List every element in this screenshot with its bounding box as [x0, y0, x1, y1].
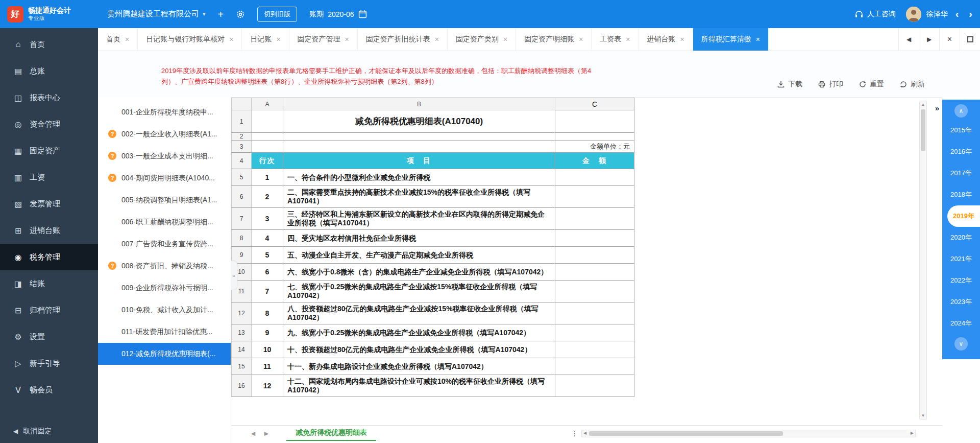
close-icon[interactable]: × [579, 35, 583, 43]
report-list-item[interactable]: ? 009-企业所得税弥补亏损明... [98, 277, 231, 299]
print-button[interactable]: 打印 [818, 80, 843, 89]
line-number-cell[interactable]: 行次 [252, 153, 283, 169]
line-number-cell[interactable]: 8 [252, 302, 283, 324]
close-icon[interactable]: × [680, 35, 684, 43]
report-list-item[interactable]: ? 010-免税、减计收入及加计... [98, 299, 231, 321]
year-item[interactable]: 2022年 [942, 270, 980, 291]
year-item[interactable]: 2016年 [942, 141, 980, 162]
row-number-cell[interactable]: 7 [231, 208, 252, 230]
amount-cell[interactable] [555, 281, 634, 302]
vertical-scrollbar[interactable]: ▲ ▼ [919, 101, 927, 419]
amount-cell[interactable] [555, 375, 634, 397]
report-list-item[interactable]: ? 006-职工薪酬纳税调整明细... [98, 211, 231, 233]
report-list-item[interactable]: ? 002-一般企业收入明细表(A1... [98, 123, 231, 145]
sheet-tab-prev-button[interactable]: ◀ [247, 430, 260, 437]
item-cell[interactable]: 三、经济特区和上海浦东新区新设立的高新技术企业在区内取得的所得定期减免企业所得税… [283, 208, 555, 230]
amount-cell[interactable] [555, 341, 634, 358]
amount-cell[interactable] [555, 186, 634, 208]
item-cell[interactable]: 十一、新办集成电路设计企业减免企业所得税（填写A107042） [283, 358, 555, 375]
sidebar-item[interactable]: ⊞ 进销台账 [0, 217, 98, 244]
sidebar-item[interactable]: Ⅴ 畅会员 [0, 377, 98, 403]
year-item[interactable]: 2023年 [942, 291, 980, 313]
line-number-cell[interactable]: 9 [252, 324, 283, 341]
tab[interactable]: 所得税汇算清缴 × [693, 28, 769, 51]
line-number-cell[interactable] [252, 141, 283, 153]
year-item[interactable]: 2020年 [942, 227, 980, 248]
tab[interactable]: 固定资产折旧统计表 × [358, 28, 448, 51]
report-list-item[interactable]: ? 001-企业所得税年度纳税申... [98, 101, 231, 123]
calendar-icon[interactable] [358, 10, 367, 18]
amount-cell[interactable] [555, 133, 634, 141]
horizontal-scrollbar[interactable]: ◀ ▶ [581, 430, 916, 437]
item-cell[interactable]: 八、投资额超过80亿元的集成电路生产企业减按15%税率征收企业所得税（填写A10… [283, 302, 555, 324]
amount-cell[interactable] [555, 264, 634, 281]
report-list-item[interactable]: ? 008-资产折旧、摊销及纳税... [98, 255, 231, 277]
sidebar-item[interactable]: ▤ 总账 [0, 58, 98, 84]
scroll-right-icon[interactable]: ▶ [911, 431, 914, 435]
year-item[interactable]: 2018年 [942, 184, 980, 205]
refresh-button[interactable]: 刷新 [899, 80, 925, 89]
item-cell[interactable]: 一、符合条件的小型微利企业减免企业所得税 [283, 169, 555, 186]
column-header-a[interactable]: A [252, 98, 283, 110]
line-number-cell[interactable] [252, 133, 283, 141]
line-number-cell[interactable]: 1 [252, 169, 283, 186]
row-number-cell[interactable]: 1 [231, 110, 252, 133]
chevron-right-icon[interactable]: › [966, 8, 975, 20]
period-value[interactable]: 2020-06 [328, 10, 354, 18]
add-button[interactable]: + [218, 9, 224, 19]
item-cell[interactable]: 四、受灾地区农村信用社免征企业所得税 [283, 230, 555, 247]
amount-cell[interactable] [555, 247, 634, 264]
amount-cell[interactable] [555, 110, 634, 133]
report-list-item[interactable]: ? 011-研发费用加计扣除优惠... [98, 321, 231, 343]
tab-scroll-left-button[interactable]: ◀ [898, 28, 919, 51]
download-button[interactable]: 下载 [777, 80, 802, 89]
row-number-cell[interactable]: 16 [231, 375, 252, 397]
scroll-left-icon[interactable]: ◀ [583, 431, 586, 435]
line-number-cell[interactable]: 11 [252, 358, 283, 375]
user-name[interactable]: 徐泽华 [926, 10, 948, 19]
year-item[interactable]: 2019年 [947, 205, 980, 227]
year-item[interactable]: 2015年 [942, 120, 980, 141]
sidebar-item[interactable]: ◫ 报表中心 [0, 84, 98, 111]
item-cell[interactable] [283, 133, 555, 141]
close-icon[interactable]: × [276, 35, 280, 43]
expand-panel-button[interactable]: » [935, 104, 939, 112]
line-number-cell[interactable]: 10 [252, 341, 283, 358]
close-icon[interactable]: × [756, 35, 760, 43]
row-number-cell[interactable]: 2 [231, 133, 252, 141]
item-cell[interactable]: 项 目 [283, 153, 555, 169]
column-header-c[interactable]: C [555, 98, 634, 110]
tab[interactable]: 固定资产类别 × [448, 28, 516, 51]
line-number-cell[interactable]: 5 [252, 247, 283, 264]
years-scroll-down-button[interactable]: ∨ [954, 337, 968, 351]
row-number-cell[interactable]: 3 [231, 141, 252, 153]
sidebar-item[interactable]: ▦ 固定资产 [0, 137, 98, 164]
tab[interactable]: 固定资产明细账 × [516, 28, 592, 51]
sidebar-item[interactable]: ⌂ 首页 [0, 31, 98, 58]
chevron-left-icon[interactable]: ‹ [953, 8, 962, 20]
row-number-cell[interactable]: 15 [231, 358, 252, 375]
switch-to-old-version-button[interactable]: 切到旧版 [257, 7, 297, 22]
tab[interactable]: 日记账 × [242, 28, 289, 51]
line-number-cell[interactable]: 3 [252, 208, 283, 230]
report-list-item[interactable]: ? 005-纳税调整项目明细表(A1... [98, 189, 231, 211]
item-cell[interactable]: 十、投资额超过80亿元的集成电路生产企业减免企业所得税（填写A107042） [283, 341, 555, 358]
horizontal-scrollbar-thumb[interactable] [589, 431, 783, 436]
tab-scroll-right-button[interactable]: ▶ [919, 28, 939, 51]
unpin-sidebar-button[interactable]: ◀ 取消固定 [0, 419, 98, 443]
report-list-item[interactable]: ? 003-一般企业成本支出明细... [98, 145, 231, 167]
sidebar-item[interactable]: ▷ 新手引导 [0, 350, 98, 377]
row-number-cell[interactable]: 12 [231, 302, 252, 324]
sidebar-item[interactable]: ⊟ 归档管理 [0, 297, 98, 323]
fullscreen-button[interactable] [960, 28, 980, 51]
tab[interactable]: 工资表 × [592, 28, 639, 51]
amount-cell[interactable] [555, 208, 634, 230]
more-options-icon[interactable]: ⋮ [569, 429, 580, 437]
line-number-cell[interactable]: 6 [252, 264, 283, 281]
scroll-down-icon[interactable]: ▼ [920, 413, 926, 418]
line-number-cell[interactable] [252, 110, 283, 133]
close-icon[interactable]: × [229, 35, 233, 43]
line-number-cell[interactable]: 7 [252, 281, 283, 302]
close-icon[interactable]: × [503, 35, 507, 43]
select-all-corner-cell[interactable] [231, 98, 252, 110]
